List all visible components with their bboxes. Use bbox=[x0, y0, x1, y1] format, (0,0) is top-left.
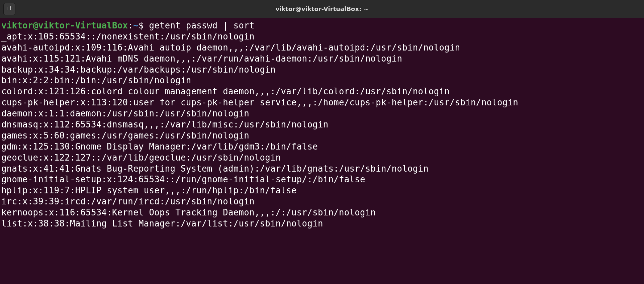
prompt-separator: : bbox=[128, 20, 133, 30]
output-line: daemon:x:1:1:daemon:/usr/sbin:/usr/sbin/… bbox=[1, 108, 643, 119]
output-line: avahi-autoipd:x:109:116:Avahi autoip dae… bbox=[1, 42, 643, 53]
output-line: kernoops:x:116:65534:Kernel Oops Trackin… bbox=[1, 207, 643, 218]
output-line: games:x:5:60:games:/usr/games:/usr/sbin/… bbox=[1, 130, 643, 141]
output-line: list:x:38:38:Mailing List Manager:/var/l… bbox=[1, 218, 643, 229]
output-line: gnome-initial-setup:x:124:65534::/run/gn… bbox=[1, 174, 643, 185]
command-text bbox=[144, 20, 149, 30]
output-line: colord:x:121:126:colord colour managemen… bbox=[1, 86, 643, 97]
output-line: gnats:x:41:41:Gnats Bug-Reporting System… bbox=[1, 163, 643, 174]
new-tab-button[interactable] bbox=[3, 3, 15, 15]
output-line: hplip:x:119:7:HPLIP system user,,,:/run/… bbox=[1, 185, 643, 196]
output-line: backup:x:34:34:backup:/var/backups:/usr/… bbox=[1, 64, 643, 75]
command-text: getent passwd | sort bbox=[149, 20, 254, 30]
output-line: irc:x:39:39:ircd:/var/run/ircd:/usr/sbin… bbox=[1, 196, 643, 207]
titlebar: viktor@viktor-VirtualBox: ~ bbox=[0, 0, 644, 18]
output-line: dnsmasq:x:112:65534:dnsmasq,,,:/var/lib/… bbox=[1, 119, 643, 130]
terminal-area[interactable]: viktor@viktor-VirtualBox:~$ getent passw… bbox=[0, 18, 644, 231]
new-tab-icon bbox=[6, 5, 12, 13]
output-line: cups-pk-helper:x:113:120:user for cups-p… bbox=[1, 97, 643, 108]
output-line: geoclue:x:122:127::/var/lib/geoclue:/usr… bbox=[1, 152, 643, 163]
output-line: gdm:x:125:130:Gnome Display Manager:/var… bbox=[1, 141, 643, 152]
window-title: viktor@viktor-VirtualBox: ~ bbox=[275, 5, 368, 12]
svg-rect-0 bbox=[7, 7, 11, 10]
prompt-symbol: $ bbox=[139, 20, 144, 30]
output-line: avahi:x:115:121:Avahi mDNS daemon,,,:/va… bbox=[1, 53, 643, 64]
output-line: _apt:x:105:65534::/nonexistent:/usr/sbin… bbox=[1, 31, 643, 42]
output-line: bin:x:2:2:bin:/bin:/usr/sbin/nologin bbox=[1, 75, 643, 86]
prompt-user-host: viktor@viktor-VirtualBox bbox=[1, 20, 128, 30]
prompt-path: ~ bbox=[133, 20, 139, 30]
